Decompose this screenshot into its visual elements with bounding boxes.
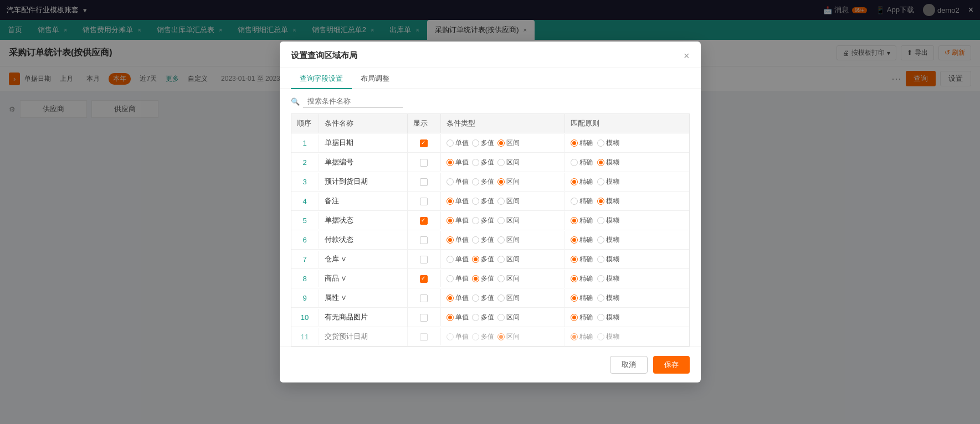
conditions-table: 顺序 条件名称 显示 条件类型 匹配原则 1 单据日期 (280, 113, 701, 127)
dialog-header: 设置查询区域布局 × (280, 42, 701, 68)
th-match: 匹配原则 (565, 114, 689, 127)
dialog-close-button[interactable]: × (684, 51, 690, 61)
th-display: 显示 (408, 114, 441, 127)
search-box: 🔍 (280, 89, 701, 113)
settings-dialog: 设置查询区域布局 × 查询字段设置 布局调整 🔍 顺序 条件名称 显示 条件类型 (280, 42, 701, 127)
th-type: 条件类型 (441, 114, 565, 127)
th-order: 顺序 (291, 114, 319, 127)
dialog-title: 设置查询区域布局 (291, 50, 357, 61)
dialog-tabs: 查询字段设置 布局调整 (280, 68, 701, 89)
dialog-overlay: 设置查询区域布局 × 查询字段设置 布局调整 🔍 顺序 条件名称 显示 条件类型 (0, 0, 980, 127)
condition-search-input[interactable] (303, 95, 403, 108)
th-name: 条件名称 (319, 114, 408, 127)
table-head: 顺序 条件名称 显示 条件类型 匹配原则 (291, 113, 690, 127)
tab-layout-adjust-label: 布局调整 (361, 74, 389, 82)
tab-layout-adjust[interactable]: 布局调整 (352, 68, 398, 89)
tab-query-fields-label: 查询字段设置 (300, 74, 343, 82)
search-icon: 🔍 (291, 97, 300, 106)
tab-query-fields[interactable]: 查询字段设置 (291, 68, 352, 89)
